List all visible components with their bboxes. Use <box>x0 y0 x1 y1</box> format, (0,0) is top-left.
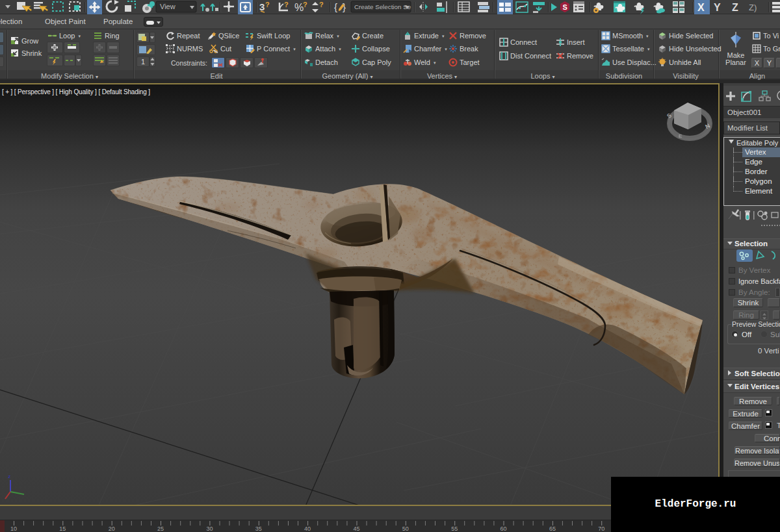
svg-text:35: 35 <box>255 526 262 532</box>
svg-text:25: 25 <box>157 526 164 532</box>
svg-text:30: 30 <box>206 526 213 532</box>
svg-text:60: 60 <box>500 526 506 532</box>
svg-text:70: 70 <box>598 526 604 532</box>
svg-text:15: 15 <box>59 526 66 532</box>
svg-text:40: 40 <box>304 526 311 532</box>
svg-text:E: E <box>679 133 682 139</box>
svg-text:20: 20 <box>109 526 115 532</box>
svg-text:10: 10 <box>10 526 17 532</box>
svg-text:z: z <box>8 474 10 479</box>
svg-text:50: 50 <box>402 526 409 532</box>
svg-text:65: 65 <box>549 526 556 532</box>
svg-text:45: 45 <box>353 526 359 532</box>
svg-text:55: 55 <box>451 526 458 532</box>
svg-text:[ + ] [ Perspective ] [ High Q: [ + ] [ Perspective ] [ High Quality ] [… <box>2 88 150 95</box>
